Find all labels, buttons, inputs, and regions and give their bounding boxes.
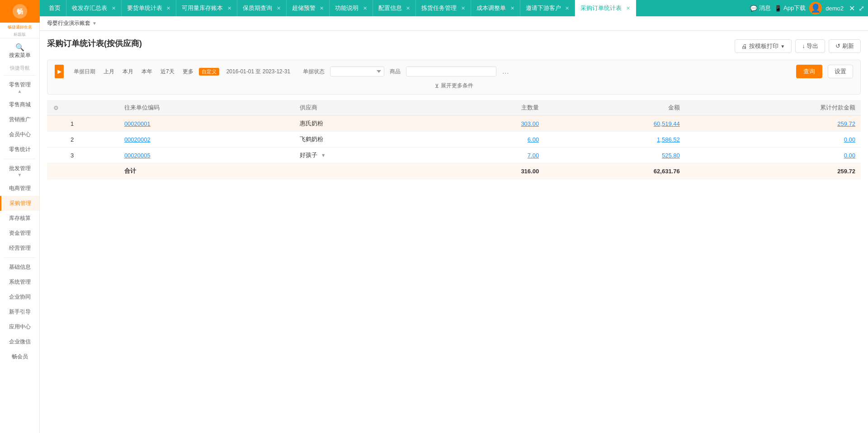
close-inventory-book-icon[interactable]: ✕ [227, 5, 231, 11]
sidebar-item-retail-stats[interactable]: 零售统计 [0, 142, 39, 157]
goods-more-icon[interactable]: … [502, 67, 509, 76]
sidebar-item-members[interactable]: 会员中心 [0, 127, 39, 142]
row-cum-pay: 0.00 [685, 148, 861, 163]
row-supplier: 惠氏奶粉 [294, 116, 434, 132]
sidebar-item-basic-info[interactable]: 基础信息 [0, 260, 39, 275]
tab-overstock[interactable]: 超储预警 ✕ [287, 0, 330, 16]
row-main-qty: 7.00 [434, 148, 544, 163]
footer-label: 合计 [119, 163, 294, 179]
data-table: ⚙ 往来单位编码 供应商 主数量 金额 累计付款金额 1 00020001 惠氏… [47, 100, 861, 179]
row-cum-pay: 259.72 [685, 116, 861, 132]
date-btn-this-month[interactable]: 本月 [120, 67, 136, 76]
table-row: 1 00020001 惠氏奶粉 303.00 60,519.44 259.72 [47, 116, 861, 132]
sidebar-item-system[interactable]: 系统管理 [0, 275, 39, 290]
message-button[interactable]: 💬 消息 [750, 4, 771, 12]
workspace-name: 母婴行业演示账套 [47, 19, 90, 27]
page-header: 采购订单统计表(按供应商) 🖨 按模板打印 ▼ ↓ 导出 ↺ 刷新 [47, 38, 861, 54]
close-config-icon[interactable]: ✕ [406, 5, 410, 11]
tab-picking-task[interactable]: 拣货任务管理 ✕ [416, 0, 471, 16]
app-download-label: App下载 [783, 4, 806, 12]
status-select[interactable] [330, 67, 384, 76]
table-row: 3 00020005 好孩子 ▼ 7.00 525.80 0.00 [47, 148, 861, 163]
close-invite-icon[interactable]: ✕ [565, 5, 569, 11]
th-supplier: 供应商 [294, 100, 434, 116]
date-btn-more[interactable]: 更多 [180, 67, 196, 76]
th-cum-pay: 累计付款金额 [685, 100, 861, 116]
sidebar-item-enterprise[interactable]: 企业协同 [0, 290, 39, 305]
table-row: 2 00020002 飞鹤奶粉 6.00 1,586.52 0.00 [47, 132, 861, 148]
close-purchase-order-icon[interactable]: ✕ [626, 5, 630, 11]
th-gear[interactable]: ⚙ [47, 100, 65, 116]
sidebar-item-finance[interactable]: 资金管理 [0, 226, 39, 241]
user-avatar[interactable]: 👤 [809, 2, 822, 14]
page-header-actions: 🖨 按模板打印 ▼ ↓ 导出 ↺ 刷新 [735, 39, 861, 53]
filter-toggle-button[interactable]: ▶ [55, 65, 64, 78]
sidebar-item-inventory[interactable]: 库存核算 [0, 211, 39, 226]
date-btn-this-year[interactable]: 本年 [139, 67, 155, 76]
close-function-icon[interactable]: ✕ [363, 5, 367, 11]
tab-config-info[interactable]: 配置信息 ✕ [373, 0, 416, 16]
close-expiry-icon[interactable]: ✕ [277, 5, 281, 11]
expand-button[interactable]: ⊻ 展开更多条件 [435, 82, 473, 90]
close-window-icon[interactable]: ✕ [849, 4, 855, 13]
sidebar-item-app-center[interactable]: 应用中心 [0, 319, 39, 334]
tab-purchase-order-stats[interactable]: 采购订单统计表 ✕ [575, 0, 636, 16]
app-logo[interactable]: 畅 [0, 0, 40, 23]
tab-function-desc[interactable]: 功能说明 ✕ [330, 0, 373, 16]
refresh-icon: ↺ [835, 43, 840, 49]
goods-input[interactable] [406, 67, 496, 76]
row-gear[interactable] [47, 116, 65, 132]
tab-inventory-book[interactable]: 可用量库存账本 ✕ [176, 0, 237, 16]
row-main-qty: 303.00 [434, 116, 544, 132]
sidebar-search[interactable]: 🔍 搜索菜单 [0, 38, 39, 64]
print-button[interactable]: 🖨 按模板打印 ▼ [735, 39, 792, 53]
settings-button[interactable]: 设置 [828, 65, 853, 78]
date-range-display: 2016-01-01 至 2023-12-31 [226, 68, 290, 76]
sidebar-item-wholesale-mgmt[interactable]: 批发管理 ▼ [0, 161, 39, 181]
tab-purchase-stats[interactable]: 要货单统计表 ✕ [122, 0, 177, 16]
date-btn-7days[interactable]: 近7天 [158, 67, 177, 76]
sidebar-item-pro-member[interactable]: 畅会员 [0, 349, 39, 364]
tab-home[interactable]: 首页 [43, 0, 66, 16]
date-btn-last-month[interactable]: 上月 [101, 67, 117, 76]
row-gear[interactable] [47, 132, 65, 148]
sidebar-item-operations[interactable]: 经营管理 [0, 241, 39, 256]
close-overstock-icon[interactable]: ✕ [320, 5, 324, 11]
tab-invite-downstream[interactable]: 邀请下游客户 ✕ [520, 0, 576, 16]
sidebar-item-ecommerce[interactable]: 电商管理 [0, 181, 39, 196]
refresh-button[interactable]: ↺ 刷新 [829, 39, 861, 53]
sidebar-item-purchase-mgmt[interactable]: 采购管理 [0, 196, 39, 211]
close-collect-pay-icon[interactable]: ✕ [112, 5, 116, 11]
row-index: 1 [65, 116, 119, 132]
goods-filter-label: 商品 [390, 68, 401, 76]
table-body: 1 00020001 惠氏奶粉 303.00 60,519.44 259.72 … [47, 116, 861, 163]
th-amount: 金额 [544, 100, 685, 116]
sidebar-item-newbie[interactable]: 新手引导 [0, 305, 39, 319]
row-amount: 1,586.52 [544, 132, 685, 148]
footer-gear [47, 163, 65, 179]
tab-collect-pay[interactable]: 收发存汇总表 ✕ [66, 0, 122, 16]
tab-expiry-query[interactable]: 保质期查询 ✕ [237, 0, 287, 16]
close-cost-icon[interactable]: ✕ [510, 5, 514, 11]
sidebar-item-marketing[interactable]: 营销推广 [0, 112, 39, 127]
row-gear[interactable] [47, 148, 65, 163]
sidebar-item-retail-shop[interactable]: 零售商城 [0, 97, 39, 112]
sidebar-item-retail-mgmt[interactable]: 零售管理 ▲ [0, 77, 39, 97]
app-download-button[interactable]: 📱 App下载 [774, 4, 806, 12]
custom-date-badge[interactable]: 自定义 [199, 68, 219, 76]
close-purchase-stats-icon[interactable]: ✕ [166, 5, 170, 11]
row-unit-code: 00020001 [119, 116, 294, 132]
close-picking-icon[interactable]: ✕ [461, 5, 465, 11]
workspace-dropdown-icon: ▼ [92, 21, 97, 26]
th-index [65, 100, 119, 116]
export-button[interactable]: ↓ 导出 [795, 39, 825, 53]
query-button[interactable]: 查询 [796, 65, 822, 78]
user-name[interactable]: demo2 [826, 5, 844, 12]
sidebar-search-label: 搜索菜单 [0, 52, 39, 59]
sidebar-item-corp-wechat[interactable]: 企业微信 [0, 334, 39, 349]
row-supplier: 飞鹤奶粉 [294, 132, 434, 148]
maximize-icon[interactable]: ⤢ [859, 4, 864, 13]
tab-cost-adjust[interactable]: 成本调整单 ✕ [471, 0, 520, 16]
workspace-selector[interactable]: 母婴行业演示账套 ▼ [47, 19, 97, 27]
svg-text:畅: 畅 [17, 8, 23, 15]
